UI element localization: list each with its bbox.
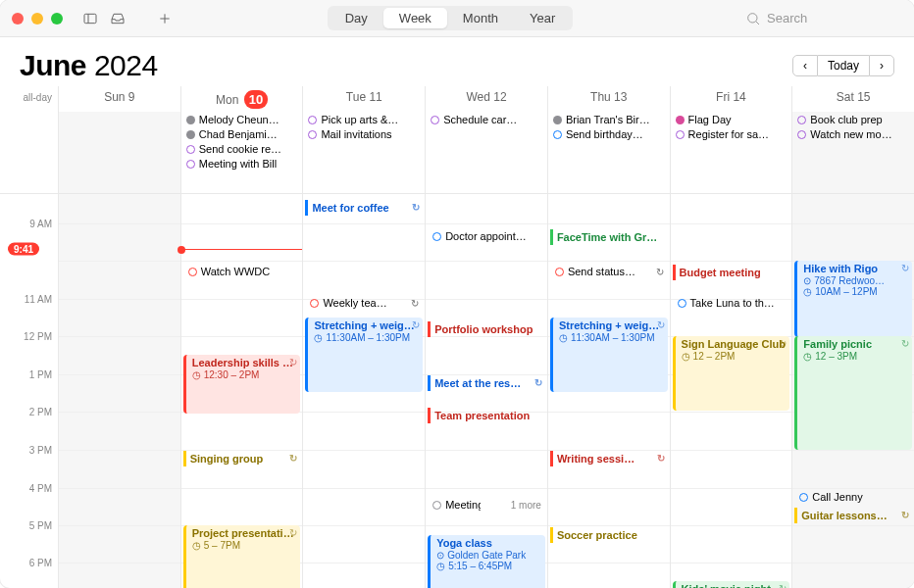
event-title: Send birthday… bbox=[566, 128, 643, 140]
hour-label: 12 PM bbox=[24, 331, 52, 342]
event-detail: ◷11:30AM – 1:30PM bbox=[559, 332, 664, 343]
calendar-event[interactable]: Kids' movie night bbox=[673, 581, 790, 588]
recurring-icon bbox=[901, 263, 909, 273]
calendar-event[interactable]: Meeting… bbox=[429, 498, 481, 512]
allday-event[interactable]: Book club prep bbox=[793, 113, 913, 126]
event-marker-icon bbox=[308, 130, 317, 139]
calendar-event[interactable]: Stretching + weights◷11:30AM – 1:30PM bbox=[550, 318, 668, 392]
allday-event[interactable]: Mail invitations bbox=[304, 127, 424, 141]
recurring-icon bbox=[656, 267, 664, 277]
hour-label: 6 PM bbox=[29, 558, 52, 568]
add-event-icon[interactable] bbox=[155, 9, 175, 28]
calendar-event[interactable]: Writing sessi… bbox=[550, 451, 668, 466]
clock-icon: ◷ bbox=[192, 540, 201, 551]
hour-label: 3 PM bbox=[29, 445, 52, 456]
allday-event[interactable]: Pick up arts &… bbox=[304, 113, 424, 126]
allday-slot[interactable]: Pick up arts &…Mail invitations bbox=[303, 112, 425, 194]
view-year[interactable]: Year bbox=[514, 8, 571, 28]
allday-event[interactable]: Brian Tran's Bir… bbox=[549, 113, 669, 126]
zoom-icon[interactable] bbox=[51, 13, 63, 24]
svg-rect-0 bbox=[84, 14, 96, 23]
event-title: Portfolio workshop bbox=[434, 323, 533, 335]
calendar-event[interactable]: Hike with Rigo⊙7867 Redwoo…◷10AM – 12PM bbox=[794, 261, 912, 337]
close-icon[interactable] bbox=[12, 13, 24, 24]
allday-slot[interactable]: Brian Tran's Bir…Send birthday… bbox=[548, 112, 670, 194]
day-grid[interactable]: Doctor appoint…Portfolio workshopMeet at… bbox=[426, 194, 547, 588]
clock-icon: ◷ bbox=[682, 351, 690, 362]
event-detail: ◷10AM – 12PM bbox=[803, 286, 908, 297]
day-grid[interactable]: Meet for coffeeWeekly tea…Stretching + w… bbox=[303, 194, 425, 588]
prev-week-button[interactable]: ‹ bbox=[792, 55, 818, 76]
event-marker-icon bbox=[553, 130, 562, 139]
calendar-event[interactable]: Meet for coffee bbox=[305, 200, 423, 216]
calendar-event[interactable]: Send status… bbox=[551, 265, 667, 278]
today-button[interactable]: Today bbox=[818, 55, 869, 76]
view-day[interactable]: Day bbox=[330, 8, 383, 28]
day-grid[interactable]: Budget meetingTake Luna to th…Sign Langu… bbox=[671, 194, 792, 588]
sidebar-toggle-icon[interactable] bbox=[80, 9, 100, 28]
allday-event[interactable]: Melody Cheun… bbox=[182, 113, 302, 126]
allday-event[interactable]: Send birthday… bbox=[549, 127, 669, 141]
allday-event[interactable]: Watch new mo… bbox=[793, 127, 913, 141]
hour-label: 9 AM bbox=[29, 219, 52, 229]
day-grid[interactable]: FaceTime with Gr…Send status…Stretching … bbox=[548, 194, 670, 588]
day-header: Tue 11 bbox=[303, 86, 425, 112]
calendar-event[interactable]: Project presentations◷5 – 7PM bbox=[183, 525, 301, 588]
calendar-event[interactable]: Guitar lessons… bbox=[794, 508, 912, 523]
calendar-event[interactable]: Budget meeting bbox=[673, 265, 790, 280]
day-grid[interactable]: Hike with Rigo⊙7867 Redwoo…◷10AM – 12PMF… bbox=[792, 194, 914, 588]
event-title: Melody Cheun… bbox=[199, 114, 279, 125]
allday-slot[interactable]: Schedule car… bbox=[426, 112, 547, 194]
allday-event[interactable]: Flag Day bbox=[672, 113, 791, 126]
event-title: Register for sa… bbox=[688, 128, 770, 140]
clock-icon: ◷ bbox=[803, 286, 812, 297]
calendar-event[interactable]: Watch WWDC bbox=[184, 265, 300, 278]
calendar-event[interactable]: Sign Language Club◷12 – 2PM bbox=[673, 336, 790, 411]
allday-slot[interactable] bbox=[59, 112, 180, 194]
day-column: Wed 12Schedule car…Doctor appoint…Portfo… bbox=[426, 86, 548, 588]
calendar-event[interactable]: Call Jenny bbox=[795, 490, 911, 504]
more-events-label[interactable]: 1 more bbox=[511, 500, 541, 511]
allday-event[interactable]: Chad Benjami… bbox=[182, 127, 302, 141]
allday-slot[interactable]: Book club prepWatch new mo… bbox=[792, 112, 914, 194]
recurring-icon bbox=[289, 357, 297, 368]
day-header: Sat 15 bbox=[792, 86, 914, 112]
calendar-event[interactable]: Portfolio workshop bbox=[428, 321, 545, 337]
event-marker-icon bbox=[797, 116, 806, 124]
search-field[interactable]: Search bbox=[745, 11, 902, 26]
calendar-event[interactable]: Weekly tea… bbox=[306, 296, 422, 310]
allday-slot[interactable]: Melody Cheun…Chad Benjami…Send cookie re… bbox=[181, 112, 303, 194]
calendar-event[interactable]: Stretching + weights◷11:30AM – 1:30PM bbox=[305, 318, 423, 392]
calendar-event[interactable]: Team presentation bbox=[428, 408, 545, 423]
event-marker-icon bbox=[310, 299, 319, 308]
allday-event[interactable]: Send cookie re… bbox=[182, 142, 302, 156]
event-marker-icon bbox=[186, 145, 195, 154]
calendar-event[interactable]: Singing group bbox=[183, 451, 301, 466]
recurring-icon bbox=[411, 298, 419, 309]
event-detail: ◷12 – 3PM bbox=[803, 351, 908, 362]
calendar-event[interactable]: Soccer practice bbox=[550, 527, 668, 543]
inbox-icon[interactable] bbox=[108, 9, 127, 28]
calendar-event[interactable]: Leadership skills meeting◷12:30 – 2PM bbox=[183, 355, 301, 414]
allday-event[interactable]: Register for sa… bbox=[672, 127, 791, 141]
hour-label: 11 AM bbox=[25, 294, 52, 305]
next-week-button[interactable]: › bbox=[869, 55, 894, 76]
calendar-event[interactable]: Doctor appoint… bbox=[429, 229, 544, 243]
calendar-event[interactable]: Meet at the res… bbox=[428, 375, 545, 391]
day-grid[interactable]: Watch WWDCLeadership skills meeting◷12:3… bbox=[181, 194, 303, 588]
day-grid[interactable] bbox=[59, 194, 180, 588]
calendar-event[interactable]: Take Luna to th… bbox=[674, 296, 789, 310]
allday-slot[interactable]: Flag DayRegister for sa… bbox=[671, 112, 792, 194]
allday-event[interactable]: Meeting with Bill bbox=[182, 157, 302, 171]
calendar-event[interactable]: Family picnic◷12 – 3PM bbox=[794, 336, 912, 450]
event-title: Meeting with Bill bbox=[199, 158, 277, 170]
calendar-event[interactable]: Yoga class⊙Golden Gate Park◷5:15 – 6:45P… bbox=[428, 535, 545, 588]
calendar-event[interactable]: FaceTime with Gr… bbox=[550, 229, 668, 245]
view-week[interactable]: Week bbox=[383, 8, 447, 28]
now-indicator: 9:41 bbox=[8, 243, 39, 256]
day-column: Sun 9 bbox=[59, 86, 181, 588]
day-header: Thu 13 bbox=[548, 86, 670, 112]
allday-event[interactable]: Schedule car… bbox=[427, 113, 546, 126]
view-month[interactable]: Month bbox=[447, 8, 514, 28]
minimize-icon[interactable] bbox=[31, 13, 43, 24]
